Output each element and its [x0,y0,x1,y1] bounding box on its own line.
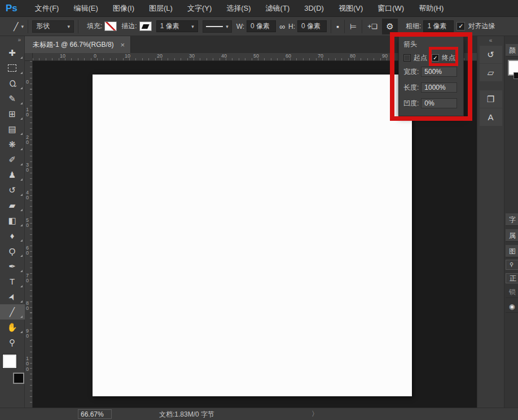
tab-properties-panel[interactable]: 属 [506,229,518,242]
color-panel-foreground-swatch[interactable] [508,60,518,76]
layer-filter-search-input[interactable]: ⚲ [506,260,518,270]
path-alignment-icon[interactable]: ⊨ [350,22,357,31]
ruler-label: 40 [26,190,30,201]
type-tool[interactable]: T [0,274,25,289]
menu-image[interactable]: 图像(I) [106,0,142,17]
brush-icon: ✐ [8,155,16,165]
clone-stamp-tool[interactable]: ♟ [0,167,25,182]
glyphs-panel-button[interactable]: A [480,108,502,126]
menu-3d[interactable]: 3D(D) [297,0,331,17]
search-icon: ⚲ [510,261,513,268]
expand-tools-icon[interactable]: » [0,36,24,45]
panel-dock: « ↺ ▱ ❐ A [477,36,504,408]
tool-flyout-arrow [20,285,23,287]
history-brush-tool[interactable]: ↺ [0,182,25,198]
ruler-label: 50 [253,53,259,59]
line-icon: ╱ [10,307,15,317]
tool-mode-select[interactable]: 形状 ▾ [32,20,74,33]
menu-file[interactable]: 文件(F) [28,0,67,17]
layer-comps-icon: ❐ [487,94,494,104]
ruler-label: 30 [189,53,195,59]
document-tab[interactable]: 未标题-1 @ 66.7%(RGB/8) × [25,36,131,53]
rectangular-marquee-tool[interactable] [0,60,25,76]
lasso-tool[interactable]: Q [0,76,25,91]
options-bar: ╱ ▾ 形状 ▾ 填充: 描边: 1 像素 ▾ ▾ W: 0 像素 ∞ H: 0… [0,17,518,36]
foreground-color-swatch[interactable] [3,355,16,368]
history-panel-button[interactable]: ↺ [480,46,502,63]
stroke-swatch[interactable] [139,21,152,31]
align-edges-checkbox[interactable]: ✓ [456,22,465,30]
ruler-icon: ▤ [8,124,16,134]
height-input[interactable]: 0 像素 [297,20,327,32]
hand-tool[interactable]: ✋ [0,320,25,335]
weight-input[interactable]: 1 像素 [423,20,454,32]
paint-bucket-tool[interactable]: ◧ [0,213,25,228]
tool-flyout-arrow [20,56,23,59]
arrow-length-input[interactable]: 1000% [421,82,457,93]
stroke-style-select[interactable]: ▾ [203,20,232,33]
menu-edit[interactable]: 编辑(E) [66,0,105,17]
collapse-panels-icon[interactable]: « [477,36,504,45]
zoom-level-input[interactable]: 66.67% [78,409,112,419]
chevron-down-icon: ▾ [67,24,70,29]
end-arrowhead-checkbox[interactable]: ✓ [432,54,439,62]
layer-visibility-eye-icon[interactable]: ◉ [506,300,518,313]
spot-healing-brush-tool[interactable]: ❋ [0,137,25,152]
arrow-width-input[interactable]: 500% [421,67,457,77]
geometry-options-gear-button[interactable]: ⚙ [382,19,398,34]
glyphs-icon: A [488,112,493,122]
type-icon: T [10,277,15,286]
menu-help[interactable]: 帮助(H) [411,0,451,17]
brush-tool[interactable]: ✐ [0,152,25,167]
tab-character-panel[interactable]: 字 [506,213,518,226]
tool-flyout-arrow [20,255,23,257]
blend-mode-select[interactable]: 正 [506,273,518,283]
status-chevron-icon[interactable]: 〉 [311,409,318,419]
paint-bucket-icon: ◧ [8,216,16,226]
stamp-icon: ♟ [8,170,16,180]
move-tool[interactable]: ✚ [0,45,25,60]
path-operations-icon[interactable]: ▪ [336,22,339,31]
ruler-label: 50 [26,218,30,229]
stroke-width-field[interactable]: 1 像素 ▾ [156,20,198,32]
close-icon[interactable]: × [121,41,125,49]
path-arrangement-icon[interactable]: +❏ [367,23,377,30]
notes-panel-button[interactable]: ▱ [480,64,502,81]
quick-selection-tool[interactable]: ✎ [0,91,25,106]
stroke-width-value: 1 像素 [160,21,179,31]
menu-type[interactable]: 文字(Y) [180,0,219,17]
fill-swatch[interactable] [104,21,117,31]
notes-icon: ▱ [488,68,494,78]
document-canvas-page[interactable] [93,75,412,396]
tab-layers-panel[interactable]: 图 [506,245,518,257]
layer-comps-panel-button[interactable]: ❐ [480,90,502,108]
line-tool-preset-icon[interactable]: ╱ [14,22,18,31]
menu-view[interactable]: 视图(V) [331,0,370,17]
menu-layer[interactable]: 图层(L) [142,0,180,17]
menu-select[interactable]: 选择(S) [219,0,258,17]
tool-flyout-arrow [20,163,23,165]
ruler-tool[interactable]: ▤ [0,121,25,137]
arrow-concavity-input[interactable]: 0% [421,98,457,108]
link-dimensions-icon[interactable]: ∞ [279,22,285,31]
pen-tool[interactable]: ✒ [0,259,25,274]
blur-tool[interactable]: ♦ [0,228,25,243]
menu-window[interactable]: 窗口(W) [370,0,411,17]
divider [362,20,362,33]
zoom-tool[interactable]: ⚲ [0,335,25,350]
move-icon: ✚ [8,48,16,58]
height-value: 0 像素 [301,21,321,31]
background-color-swatch[interactable] [13,373,24,384]
eraser-tool[interactable]: ▰ [0,198,25,213]
arrow-concavity-label: 凹度: [403,99,419,108]
tab-color-panel[interactable]: 颜 [506,44,518,56]
path-selection-tool[interactable]: ➤ [0,289,25,304]
width-input[interactable]: 0 像素 [247,20,276,32]
tool-flyout-arrow [20,178,23,181]
dodge-tool[interactable]: Ϙ [0,243,25,259]
crop-tool[interactable]: ⊞ [0,106,25,121]
chevron-down-icon[interactable]: ▾ [21,24,24,29]
start-arrowhead-checkbox[interactable] [403,54,411,62]
line-tool[interactable]: ╱ [0,304,25,320]
menu-filter[interactable]: 滤镜(T) [258,0,297,17]
